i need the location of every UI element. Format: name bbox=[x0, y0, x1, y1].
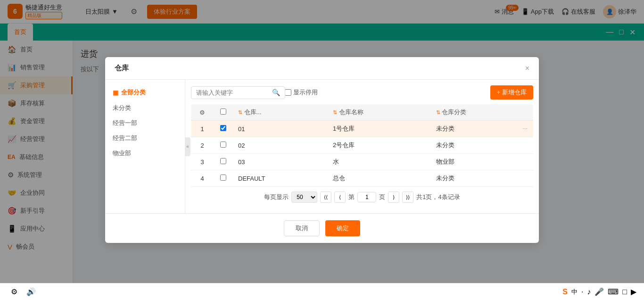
category-item-property[interactable]: 物业部 bbox=[105, 146, 185, 161]
show-disabled-text: 显示停用 bbox=[293, 88, 318, 97]
speaker-icon[interactable]: 🔊 bbox=[25, 285, 38, 299]
next-page-button[interactable]: ⟩ bbox=[388, 192, 399, 203]
table-row[interactable]: 2 02 2号仓库 未分类 bbox=[191, 137, 533, 154]
dialog-footer: 取消 确定 bbox=[105, 213, 539, 243]
screen-icon[interactable]: □ bbox=[622, 288, 627, 296]
keyboard-icon[interactable]: ⌨ bbox=[608, 287, 619, 296]
row-category: 未分类 ··· bbox=[430, 121, 533, 137]
first-page-button[interactable]: ⟨⟨ bbox=[320, 192, 331, 203]
collapse-button[interactable]: « bbox=[185, 137, 190, 156]
page-size-label: 每页显示 bbox=[264, 193, 289, 201]
prev-page-button[interactable]: ⟨ bbox=[334, 192, 346, 203]
row-warehouse-name: 总仓 bbox=[327, 170, 430, 187]
bottom-left: ⚙ 🔊 bbox=[8, 285, 38, 299]
settings-bottom-icon[interactable]: ⚙ bbox=[8, 285, 21, 299]
sort-icon-name: ⇅ bbox=[333, 109, 337, 115]
table-area: 🔍 显示停用 + 新增仓库 ⚙ bbox=[185, 80, 539, 213]
bottom-right: S 中 · ♪ 🎤 ⌨ □ ▶ bbox=[562, 287, 636, 296]
col-code: ⇅ 仓库... bbox=[232, 104, 327, 121]
current-page-input[interactable] bbox=[357, 192, 376, 202]
table-row[interactable]: 3 03 水 物业部 bbox=[191, 154, 533, 170]
category-panel: ▦ 全部分类 未分类 经营一部 经营二部 物业部 « bbox=[105, 80, 185, 213]
s-logo-icon: S bbox=[562, 288, 568, 296]
table-row[interactable]: 4 DEFAULT 总仓 未分类 bbox=[191, 170, 533, 187]
total-info: 共1页，4条记录 bbox=[416, 193, 460, 201]
warehouse-table: ⚙ ⇅ 仓库... ⇅ bbox=[191, 104, 533, 187]
pagination: 每页显示 20 50 100 ⟨⟨ ⟨ 第 页 ⟩ ⟩⟩ 共1页，4条记录 bbox=[191, 187, 533, 208]
row-num: 4 bbox=[191, 170, 214, 187]
category-item-dept1[interactable]: 经营一部 bbox=[105, 116, 185, 131]
category-item-unclassified[interactable]: 未分类 bbox=[105, 100, 185, 116]
more-button[interactable]: ··· bbox=[522, 125, 528, 132]
header-row: ⚙ ⇅ 仓库... ⇅ bbox=[191, 104, 533, 121]
search-button[interactable]: 🔍 bbox=[272, 89, 280, 96]
page-label: 第 bbox=[348, 193, 355, 201]
music-icon[interactable]: ♪ bbox=[587, 288, 591, 296]
row-num: 1 bbox=[191, 121, 214, 137]
cancel-button[interactable]: 取消 bbox=[284, 220, 320, 236]
dialog-body: ▦ 全部分类 未分类 经营一部 经营二部 物业部 « 🔍 bbox=[105, 80, 539, 213]
show-disabled-label[interactable]: 显示停用 bbox=[285, 88, 318, 97]
settings-col-icon[interactable]: ⚙ bbox=[199, 109, 205, 116]
confirm-button[interactable]: 确定 bbox=[325, 220, 360, 236]
page-unit-label: 页 bbox=[379, 193, 385, 201]
lang-icon[interactable]: 中 bbox=[571, 288, 578, 296]
row-warehouse-name: 水 bbox=[327, 154, 430, 170]
dialog-overlay: 仓库 × ▦ 全部分类 未分类 经营一部 经营二部 物业部 « bbox=[0, 0, 644, 300]
row-check bbox=[214, 154, 232, 170]
add-warehouse-button[interactable]: + 新增仓库 bbox=[490, 85, 533, 100]
table-scroll-area: ⚙ ⇅ 仓库... ⇅ bbox=[191, 104, 533, 187]
dialog-header: 仓库 × bbox=[105, 57, 539, 80]
row-code: DEFAULT bbox=[232, 170, 327, 187]
category-all-label: 全部分类 bbox=[121, 88, 146, 97]
row-checkbox[interactable] bbox=[220, 175, 226, 181]
select-all-checkbox[interactable] bbox=[220, 108, 226, 115]
row-checkbox[interactable] bbox=[220, 142, 226, 148]
search-input[interactable] bbox=[191, 86, 285, 99]
category-item-dept2[interactable]: 经营二部 bbox=[105, 131, 185, 146]
sort-icon-code: ⇅ bbox=[238, 109, 242, 115]
col-settings: ⚙ bbox=[191, 104, 214, 121]
page-size-select[interactable]: 20 50 100 bbox=[291, 192, 317, 203]
col-check bbox=[214, 104, 232, 121]
row-num: 2 bbox=[191, 137, 214, 154]
row-check bbox=[214, 170, 232, 187]
warehouse-dialog: 仓库 × ▦ 全部分类 未分类 经营一部 经营二部 物业部 « bbox=[105, 57, 539, 243]
table-body: 1 01 1号仓库 未分类 ··· bbox=[191, 121, 533, 187]
row-code: 03 bbox=[232, 154, 327, 170]
row-checkbox[interactable] bbox=[220, 158, 226, 164]
col-category: ⇅ 仓库分类 bbox=[430, 104, 533, 121]
category-all[interactable]: ▦ 全部分类 bbox=[105, 85, 185, 100]
row-code: 01 bbox=[232, 121, 327, 137]
search-wrapper: 🔍 bbox=[191, 86, 280, 99]
row-category: 未分类 bbox=[430, 170, 533, 187]
bottom-bar: ⚙ 🔊 S 中 · ♪ 🎤 ⌨ □ ▶ bbox=[0, 283, 644, 300]
row-checkbox[interactable] bbox=[220, 125, 226, 131]
mic-icon[interactable]: 🎤 bbox=[594, 287, 604, 296]
show-disabled-checkbox[interactable] bbox=[285, 89, 291, 96]
table-header: ⚙ ⇅ 仓库... ⇅ bbox=[191, 104, 533, 121]
row-check bbox=[214, 121, 232, 137]
row-num: 3 bbox=[191, 154, 214, 170]
row-warehouse-name: 2号仓库 bbox=[327, 137, 430, 154]
sort-icon-category: ⇅ bbox=[436, 109, 440, 115]
last-page-button[interactable]: ⟩⟩ bbox=[402, 192, 413, 203]
table-toolbar: 🔍 显示停用 + 新增仓库 bbox=[191, 85, 533, 100]
dialog-title: 仓库 bbox=[115, 64, 129, 73]
row-check bbox=[214, 137, 232, 154]
col-name: ⇅ 仓库名称 bbox=[327, 104, 430, 121]
row-category: 物业部 bbox=[430, 154, 533, 170]
table-row[interactable]: 1 01 1号仓库 未分类 ··· bbox=[191, 121, 533, 137]
grid-icon: ▦ bbox=[113, 89, 118, 96]
play-icon[interactable]: ▶ bbox=[631, 287, 636, 296]
dot-separator: · bbox=[581, 288, 583, 296]
row-warehouse-name: 1号仓库 bbox=[327, 121, 430, 137]
row-category: 未分类 bbox=[430, 137, 533, 154]
dialog-close-button[interactable]: × bbox=[525, 64, 529, 73]
row-code: 02 bbox=[232, 137, 327, 154]
